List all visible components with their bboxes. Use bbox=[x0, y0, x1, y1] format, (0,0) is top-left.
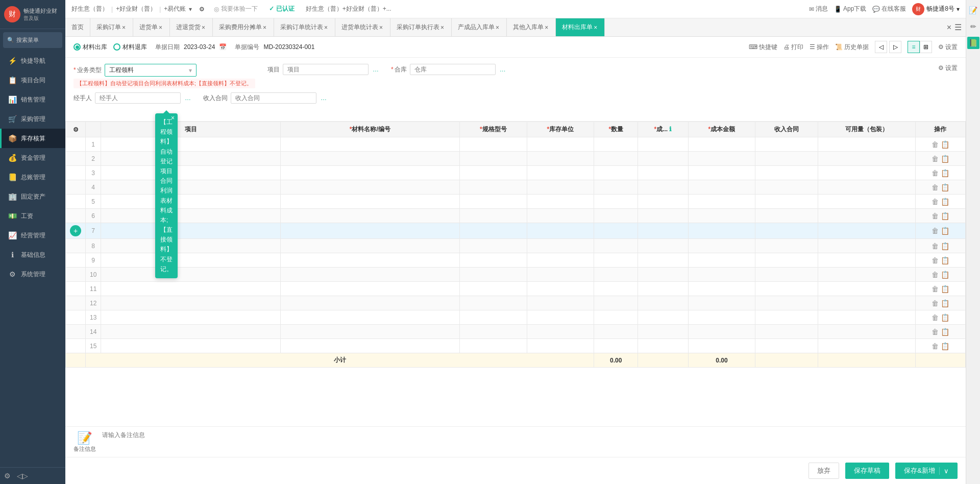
tab-purchase-stats[interactable]: 采购订单统计表 × bbox=[274, 18, 335, 37]
radio-material-outbound[interactable]: 材料出库 bbox=[74, 43, 107, 52]
discard-btn[interactable]: 放弃 bbox=[808, 463, 839, 479]
user-menu[interactable]: 财 畅捷通8号 ▾ bbox=[912, 3, 960, 15]
right-sidebar-note-icon[interactable]: 📝 bbox=[967, 4, 979, 16]
income-contract-dots-btn[interactable]: … bbox=[321, 94, 327, 102]
row-copy-btn[interactable]: 📋 bbox=[941, 155, 949, 163]
row-delete-btn[interactable]: 🗑 bbox=[932, 313, 939, 322]
tab-close-incoming-return[interactable]: × bbox=[201, 24, 206, 31]
project-dots-btn[interactable]: … bbox=[373, 66, 379, 73]
sidebar-item-quick-nav[interactable]: ⚡ 快捷导航 bbox=[0, 51, 65, 70]
row-delete-btn[interactable]: 🗑 bbox=[932, 198, 939, 206]
page-next-btn[interactable]: ▷ bbox=[889, 41, 901, 53]
sidebar-item-salary[interactable]: 💵 工资 bbox=[0, 206, 65, 226]
row7-material-input[interactable] bbox=[285, 227, 455, 235]
tab-close-purchase-execution[interactable]: × bbox=[439, 24, 445, 31]
row-delete-btn[interactable]: 🗑 bbox=[932, 183, 939, 191]
right-sidebar-edit-icon[interactable]: ✏ bbox=[967, 20, 979, 33]
row-copy-btn[interactable]: 📋 bbox=[941, 328, 949, 336]
tab-home[interactable]: 首页 bbox=[65, 18, 90, 37]
tab-finished-goods[interactable]: 产成品入库单 × bbox=[452, 18, 507, 37]
row-copy-btn[interactable]: 📋 bbox=[941, 313, 949, 322]
message-btn[interactable]: ✉ 消息 bbox=[809, 5, 828, 13]
tab-close-material-outbound[interactable]: × bbox=[593, 24, 598, 31]
save-new-arrow[interactable]: ∨ bbox=[939, 467, 949, 475]
quick-key-btn[interactable]: ⌨ 快捷键 bbox=[749, 43, 777, 52]
history-btn[interactable]: 📜 历史单据 bbox=[835, 43, 869, 52]
tooltip-close-btn[interactable]: × bbox=[171, 114, 175, 122]
row-delete-btn[interactable]: 🗑 bbox=[932, 299, 939, 307]
collapse-icon[interactable]: ◁▷ bbox=[17, 472, 28, 480]
row-delete-btn[interactable]: 🗑 bbox=[932, 328, 939, 336]
topbar-nav-more-arrow[interactable]: ▾ bbox=[189, 6, 192, 13]
sidebar-item-ledger[interactable]: 📒 总账管理 bbox=[0, 167, 65, 187]
row-copy-btn[interactable]: 📋 bbox=[941, 299, 949, 307]
sidebar-item-operations[interactable]: 📈 经营管理 bbox=[0, 226, 65, 245]
tab-close-incoming-stats[interactable]: × bbox=[378, 24, 384, 31]
save-draft-btn[interactable]: 保存草稿 bbox=[845, 463, 889, 479]
row-copy-btn[interactable]: 📋 bbox=[941, 212, 949, 220]
row-delete-btn[interactable]: 🗑 bbox=[932, 342, 939, 350]
project-input[interactable] bbox=[283, 64, 369, 75]
calendar-icon[interactable]: 📅 bbox=[219, 43, 227, 51]
warehouse-dots-btn[interactable]: … bbox=[500, 66, 506, 73]
settings-icon[interactable]: ⚙ bbox=[4, 472, 11, 480]
tab-menu-btn[interactable]: ☰ bbox=[954, 22, 962, 32]
save-new-btn[interactable]: 保存&新增 ∨ bbox=[895, 463, 958, 479]
handler-dots-btn[interactable]: … bbox=[185, 94, 191, 102]
row-copy-btn[interactable]: 📋 bbox=[941, 140, 949, 149]
tab-incoming[interactable]: 进货单 × bbox=[133, 18, 170, 37]
income-contract-input[interactable] bbox=[231, 92, 316, 104]
sidebar-item-purchase[interactable]: 🛒 采购管理 bbox=[0, 109, 65, 129]
row-copy-btn[interactable]: 📋 bbox=[941, 342, 949, 350]
row-copy-btn[interactable]: 📋 bbox=[941, 242, 949, 250]
row-copy-btn[interactable]: 📋 bbox=[941, 198, 949, 206]
view-grid-btn[interactable]: ⊞ bbox=[920, 41, 932, 53]
tab-incoming-return[interactable]: 进退货货 × bbox=[170, 18, 213, 37]
sidebar-item-sales[interactable]: 📊 销售管理 bbox=[0, 90, 65, 109]
tab-close-other-inbound[interactable]: × bbox=[544, 24, 549, 31]
app-download-btn[interactable]: 📱 App下载 bbox=[834, 5, 866, 13]
row-delete-btn[interactable]: 🗑 bbox=[932, 271, 939, 279]
note-textarea[interactable] bbox=[102, 431, 958, 451]
row-copy-btn[interactable]: 📋 bbox=[941, 271, 949, 279]
experience-btn[interactable]: ◎ 我要体验一下 bbox=[214, 5, 258, 13]
tab-close-purchase-stats[interactable]: × bbox=[323, 24, 329, 31]
sidebar-item-fixed-assets[interactable]: 🏢 固定资产 bbox=[0, 187, 65, 206]
sidebar-item-base-info[interactable]: ℹ 基础信息 bbox=[0, 245, 65, 264]
tab-purchase-execution[interactable]: 采购订单执行表 × bbox=[390, 18, 452, 37]
operation-btn[interactable]: ☰ 操作 bbox=[810, 43, 829, 52]
view-list-btn[interactable]: ≡ bbox=[908, 41, 920, 53]
right-sidebar-doc-icon[interactable]: 📗 bbox=[967, 37, 979, 49]
sidebar-item-system[interactable]: ⚙ 系统管理 bbox=[0, 264, 65, 284]
tab-material-outbound[interactable]: 材料出库单 × bbox=[556, 18, 605, 37]
form-settings-btn[interactable]: ⚙ 设置 bbox=[938, 64, 958, 72]
tab-close-finished-goods[interactable]: × bbox=[495, 24, 500, 31]
row-delete-btn[interactable]: 🗑 bbox=[932, 155, 939, 163]
topbar-nav-haoyecai[interactable]: +好业财（普） bbox=[116, 5, 156, 13]
row-copy-btn[interactable]: 📋 bbox=[941, 183, 949, 191]
sidebar-search[interactable]: 🔍 搜索菜单 bbox=[3, 32, 62, 48]
cost-info-icon[interactable]: ℹ bbox=[669, 126, 672, 133]
settings-btn[interactable]: ⚙ 设置 bbox=[938, 43, 958, 52]
row-delete-btn[interactable]: 🗑 bbox=[932, 227, 939, 235]
topbar-nav-haoshengyi[interactable]: 好生意（普） bbox=[71, 5, 108, 13]
topbar-settings-icon[interactable]: ⚙ bbox=[199, 6, 205, 13]
row-delete-btn[interactable]: 🗑 bbox=[932, 169, 939, 177]
tab-purchase-expense[interactable]: 采购费用分摊单 × bbox=[213, 18, 274, 37]
row-delete-btn[interactable]: 🗑 bbox=[932, 285, 939, 293]
page-prev-btn[interactable]: ◁ bbox=[875, 41, 887, 53]
tab-other-inbound[interactable]: 其他入库单 × bbox=[507, 18, 556, 37]
print-btn[interactable]: 🖨 打印 bbox=[783, 43, 803, 52]
online-service-btn[interactable]: 💬 在线客服 bbox=[872, 5, 906, 13]
warehouse-input[interactable] bbox=[410, 64, 496, 75]
add-row-btn[interactable]: + bbox=[70, 225, 81, 236]
tab-close-all-btn[interactable]: × bbox=[947, 23, 951, 32]
row-delete-btn[interactable]: 🗑 bbox=[932, 140, 939, 149]
row-copy-btn[interactable]: 📋 bbox=[941, 169, 949, 177]
column-settings-icon[interactable]: ⚙ bbox=[73, 126, 79, 133]
row-delete-btn[interactable]: 🗑 bbox=[932, 256, 939, 264]
business-type-select[interactable]: 工程领料 ▾ bbox=[105, 64, 197, 77]
row-delete-btn[interactable]: 🗑 bbox=[932, 242, 939, 250]
tab-incoming-stats[interactable]: 进货单统计表 × bbox=[335, 18, 390, 37]
row-delete-btn[interactable]: 🗑 bbox=[932, 212, 939, 220]
